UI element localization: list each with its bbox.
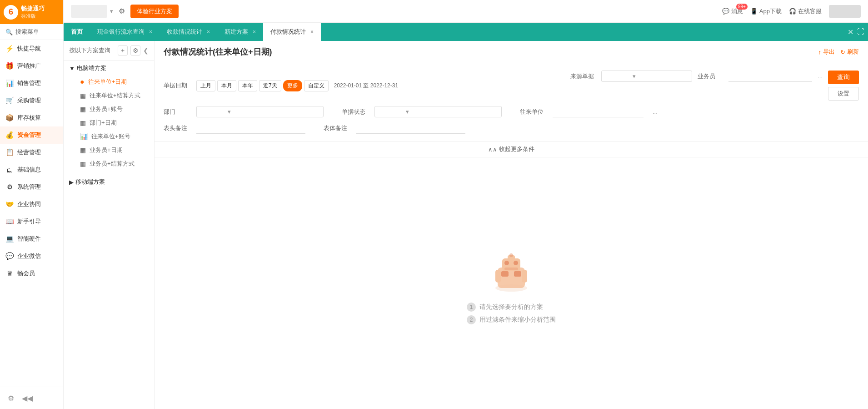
sidebar-item-label: 库存核算 <box>17 114 41 122</box>
sidebar-item-enterprise[interactable]: 🤝 企业协同 <box>0 196 63 213</box>
main-area: ▾ ⚙ 体验行业方案 💬 消息 99+ 📱 App下载 🎧 在线客服 首页 <box>64 0 868 409</box>
tab-receivable-close[interactable]: × <box>207 29 210 35</box>
app-download-btn[interactable]: 📱 App下载 <box>750 7 782 15</box>
partner-input[interactable] <box>553 106 644 117</box>
sidebar-item-guide[interactable]: 📖 新手引导 <box>0 213 63 230</box>
sidebar-item-operation[interactable]: 📋 经营管理 <box>0 144 63 161</box>
tabbar-expand-btn[interactable]: ⛶ <box>857 28 864 36</box>
page-header-actions: ↑ 导出 ↻ 刷新 <box>818 48 859 56</box>
scheme-item-label: 业务员+日期 <box>90 146 123 154</box>
wechat-icon: 💬 <box>5 252 14 260</box>
scheme-add-btn[interactable]: + <box>118 45 128 56</box>
date-btn-7days[interactable]: 近7天 <box>259 80 281 91</box>
sidebar-item-inventory[interactable]: 📦 库存核算 <box>0 109 63 126</box>
dept-select[interactable]: ▾ <box>196 106 324 117</box>
scheme-item-label: 部门+日期 <box>90 119 117 127</box>
svg-rect-4 <box>495 270 501 283</box>
collapse-more-btn[interactable]: ∧∧ 收起更多条件 <box>488 145 534 153</box>
tabbar-close-btn[interactable]: ✕ <box>848 28 853 36</box>
status-select[interactable]: ▾ <box>374 106 502 117</box>
query-actions: 来源单据 ▾ 业务员 ... 查询 <box>570 71 859 101</box>
user-profile-avatar[interactable] <box>829 5 861 18</box>
date-btn-this-year[interactable]: 本年 <box>238 80 257 91</box>
sidebar-item-hardware[interactable]: 💻 智能硬件 <box>0 230 63 247</box>
sidebar-item-finance[interactable]: 💰 资金管理 <box>0 126 63 144</box>
tab-bank-close[interactable]: × <box>149 29 152 35</box>
tab-new-scheme[interactable]: 新建方案 × <box>217 23 263 41</box>
scheme-pc-category-title[interactable]: ▼ 电脑端方案 <box>69 64 149 72</box>
empty-illustration <box>484 242 539 297</box>
user-avatar <box>71 5 107 18</box>
date-btn-last-month[interactable]: 上月 <box>196 80 215 91</box>
sidebar-item-sales[interactable]: 📊 销售管理 <box>0 75 63 92</box>
tab-payment-stat-close[interactable]: × <box>310 29 314 35</box>
chevron-down-icon: ▼ <box>69 65 75 72</box>
tab-bank[interactable]: 现金银行流水查询 × <box>90 23 160 41</box>
sidebar-search[interactable]: 🔍 搜索菜单 <box>0 24 63 40</box>
tab-home[interactable]: 首页 <box>64 23 90 41</box>
date-buttons: 上月 本月 本年 近7天 更多 自定义 2022-01-01 至 2022-12… <box>196 80 398 91</box>
filter-row-2: 部门 ▾ 单据状态 ▾ 往来单位 ... <box>164 106 859 117</box>
sidebar-item-marketing[interactable]: 🎁 营销推广 <box>0 57 63 75</box>
export-btn[interactable]: ↑ 导出 <box>818 48 835 56</box>
scheme-mobile-label: 移动端方案 <box>75 178 105 186</box>
svg-rect-2 <box>501 271 509 277</box>
date-btn-custom[interactable]: 自定义 <box>304 80 329 91</box>
sidebar-search-label: 搜索菜单 <box>15 28 39 36</box>
date-btn-more[interactable]: 更多 <box>283 80 302 91</box>
sidebar-item-wechat[interactable]: 💬 企业微信 <box>0 247 63 265</box>
trial-btn[interactable]: 体验行业方案 <box>130 5 179 18</box>
filter-settings-btn[interactable]: 设置 <box>828 87 859 101</box>
query-btn[interactable]: 查询 <box>828 71 859 84</box>
topbar: ▾ ⚙ 体验行业方案 💬 消息 99+ 📱 App下载 🎧 在线客服 <box>64 0 868 23</box>
scheme-item-dept-date[interactable]: ▦ 部门+日期 <box>69 116 149 130</box>
partner-label: 往来单位 <box>520 108 545 116</box>
scheme-table-icon: ▦ <box>80 160 86 167</box>
date-btn-this-month[interactable]: 本月 <box>217 80 236 91</box>
scheme-item-staff-account[interactable]: ▦ 业务员+账号 <box>69 102 149 116</box>
body-remark-input[interactable] <box>356 123 465 134</box>
scheme-item-staff-date[interactable]: ▦ 业务员+日期 <box>69 143 149 157</box>
sidebar-item-purchase[interactable]: 🛒 采购管理 <box>0 92 63 109</box>
scheme-panel-title: 按以下方案查询 <box>69 46 110 55</box>
scheme-item-unit-account[interactable]: 📊 往来单位+账号 <box>69 130 149 143</box>
scheme-table-icon: ▦ <box>80 92 86 99</box>
sidebar-collapse-btn[interactable]: ◀◀ <box>21 392 34 404</box>
sidebar-item-label: 畅会员 <box>17 269 35 278</box>
sidebar-item-system[interactable]: ⚙ 系统管理 <box>0 178 63 196</box>
refresh-btn[interactable]: ↻ 刷新 <box>840 48 859 56</box>
header-remark-input[interactable] <box>196 123 305 134</box>
sidebar-item-quicknav[interactable]: ⚡ 快捷导航 <box>0 40 63 57</box>
topbar-settings-icon[interactable]: ⚙ <box>119 7 125 15</box>
source-select[interactable]: ▾ <box>601 71 692 82</box>
online-support-btn[interactable]: 🎧 在线客服 <box>789 7 822 15</box>
right-panel: 付款情况统计(往来单位+日期) ↑ 导出 ↻ 刷新 单据日期 <box>155 41 868 409</box>
messages-btn[interactable]: 💬 消息 99+ <box>722 7 743 15</box>
staff-input[interactable] <box>728 71 812 82</box>
scheme-panel-header-actions: + ⚙ ❮ <box>118 45 149 56</box>
scheme-item-unit-date[interactable]: ● 往来单位+日期 <box>69 75 149 89</box>
staff-more-btn[interactable]: ... <box>818 73 823 80</box>
scheme-collapse-btn[interactable]: ❮ <box>143 47 149 54</box>
sidebar-settings-btn[interactable]: ⚙ <box>5 392 17 404</box>
scheme-settings-btn[interactable]: ⚙ <box>130 45 140 56</box>
date-range: 2022-01-01 至 2022-12-31 <box>334 82 398 90</box>
sidebar-item-basic[interactable]: 🗂 基础信息 <box>0 161 63 178</box>
tab-receivable[interactable]: 收款情况统计 × <box>160 23 217 41</box>
filter-area: 单据日期 上月 本月 本年 近7天 更多 自定义 2022-01-01 至 20… <box>155 63 868 141</box>
tab-new-scheme-close[interactable]: × <box>253 29 256 35</box>
scheme-item-unit-settle[interactable]: ▦ 往来单位+结算方式 <box>69 89 149 102</box>
sidebar-item-label: 智能硬件 <box>17 235 41 243</box>
scheme-mobile-category-title[interactable]: ▶ 移动端方案 <box>69 178 149 186</box>
scheme-item-staff-settle[interactable]: ▦ 业务员+结算方式 <box>69 157 149 171</box>
marketing-icon: 🎁 <box>5 62 14 70</box>
scheme-item-label: 往来单位+结算方式 <box>90 91 140 100</box>
sidebar-footer: ⚙ ◀◀ <box>0 387 63 409</box>
partner-more-btn[interactable]: ... <box>653 108 658 115</box>
sidebar-item-vip[interactable]: ♛ 畅会员 <box>0 265 63 282</box>
topbar-dropdown-arrow[interactable]: ▾ <box>110 8 113 15</box>
sidebar-item-label: 采购管理 <box>17 96 41 105</box>
hardware-icon: 💻 <box>5 235 14 243</box>
tab-payment-stat[interactable]: 付款情况统计 × <box>263 23 321 41</box>
scheme-mobile-category: ▶ 移动端方案 <box>64 174 154 190</box>
